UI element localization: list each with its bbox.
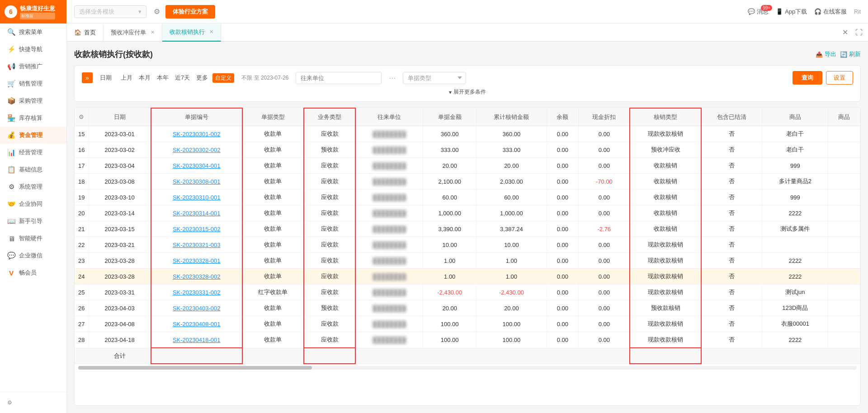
logo-char: 6	[9, 8, 13, 15]
row-include-settled: 否	[701, 253, 762, 269]
row-include-settled: 否	[701, 300, 762, 316]
row-amount: 333.00	[423, 142, 476, 158]
row-goods: 2222	[762, 332, 828, 348]
row-doc-type: 收款单	[242, 316, 304, 332]
doc-no-link[interactable]: SK-20230403-002	[173, 305, 221, 312]
doc-no-link[interactable]: SK-20230301-002	[173, 131, 221, 138]
doc-no-link[interactable]: SK-20230314-001	[173, 210, 221, 217]
tab-close-collection[interactable]: ✕	[209, 29, 213, 35]
doc-no-link[interactable]: SK-20230408-001	[173, 321, 221, 328]
date-last-7-days[interactable]: 近7天	[173, 73, 192, 83]
sidebar-item-guide[interactable]: 📖 新手引导	[0, 213, 66, 230]
doc-type-select[interactable]: 单据类型	[403, 72, 466, 84]
module-select[interactable]: 选择业务模块 ▾	[74, 5, 146, 18]
partner-blurred: ████████	[373, 178, 406, 185]
maximize-icon[interactable]: ⛶	[854, 27, 864, 38]
row-amount: 100.00	[423, 332, 476, 348]
row-amount: 3,390.00	[423, 221, 476, 237]
doc-no-link[interactable]: SK-20230308-001	[173, 178, 221, 185]
sidebar-item-basic[interactable]: 📋 基础信息	[0, 161, 66, 178]
col-settings-header[interactable]: ⚙	[75, 108, 89, 126]
row-goods2	[828, 300, 860, 316]
doc-no-link[interactable]: SK-20230328-001	[173, 257, 221, 264]
inventory-icon: 🏪	[7, 114, 15, 122]
sidebar-item-quicknav[interactable]: ⚡ 快捷导航	[0, 41, 66, 58]
doc-no-link[interactable]: SK-20230310-001	[173, 194, 221, 201]
online-service-btn[interactable]: 🎧 在线客服	[814, 8, 847, 16]
sidebar-item-member[interactable]: V 畅会员	[0, 264, 66, 281]
row-biz-type: 应收款	[304, 205, 356, 221]
row-doc-type: 红字收款单	[242, 285, 304, 300]
sidebar-item-purchase[interactable]: 📦 采购管理	[0, 92, 66, 109]
operations-icon: 📊	[7, 148, 15, 157]
sidebar-item-wechat[interactable]: 💬 企业微信	[0, 247, 66, 264]
sidebar-item-search[interactable]: 🔍 搜索菜单	[0, 24, 66, 41]
filter-dots[interactable]: ···	[389, 73, 396, 83]
row-date: 2023-03-01	[89, 126, 151, 142]
date-more[interactable]: 更多	[194, 73, 210, 83]
doc-no-link[interactable]: SK-20230321-003	[173, 242, 221, 248]
partner-input[interactable]	[296, 72, 382, 84]
date-last-month[interactable]: 上月	[119, 73, 134, 83]
row-date: 2023-03-15	[89, 221, 151, 237]
tab-collection[interactable]: 收款核销执行 ✕	[162, 24, 221, 42]
row-doc-no: SK-20230315-002	[151, 221, 242, 237]
row-index: 20	[75, 205, 89, 221]
partner-blurred: ████████	[373, 226, 406, 233]
sidebar-item-inventory[interactable]: 🏪 库存核算	[0, 109, 66, 127]
doc-no-link[interactable]: SK-20230418-001	[173, 337, 221, 343]
settings-button[interactable]: 设置	[826, 71, 853, 85]
app-download-btn[interactable]: 📱 App下载	[776, 8, 807, 16]
doc-no-link[interactable]: SK-20230331-002	[173, 289, 221, 296]
sidebar-settings-btn[interactable]: ⚙	[0, 396, 66, 409]
row-cash-discount: 0.00	[579, 269, 630, 285]
row-goods	[762, 237, 828, 253]
row-cancel-type: 现款收款核销	[630, 126, 701, 142]
doc-no-link[interactable]: SK-20230315-002	[173, 226, 221, 233]
doc-no-link[interactable]: SK-20230302-002	[173, 147, 221, 153]
row-goods2	[828, 190, 860, 205]
row-include-settled: 否	[701, 269, 762, 285]
close-all-tabs-icon[interactable]: ✕	[840, 26, 850, 38]
page-actions: 📤 导出 🔄 刷新	[816, 50, 861, 58]
col-doc-type-header: 单据类型	[242, 108, 304, 126]
date-custom-btn[interactable]: 自定义	[212, 73, 234, 83]
horizontal-scrollbar[interactable]	[78, 366, 857, 370]
row-doc-no: SK-20230321-003	[151, 237, 242, 253]
row-partner: ████████	[355, 190, 423, 205]
tab-prepay[interactable]: 预收冲应付单 ✕	[104, 24, 162, 42]
row-cancel-type: 现款收款核销	[630, 332, 701, 348]
sidebar-item-cooperation[interactable]: 🤝 企业协同	[0, 195, 66, 213]
tab-home[interactable]: 🏠 首页	[67, 24, 104, 42]
sidebar-item-hardware[interactable]: 🖥 智能硬件	[0, 230, 66, 247]
sidebar-item-marketing[interactable]: 📢 营销推广	[0, 58, 66, 75]
row-balance: 0.00	[547, 142, 578, 158]
expand-more-button[interactable]: ▾ 展开更多条件	[449, 88, 486, 96]
partner-blurred: ████████	[373, 337, 406, 343]
row-biz-type: 应收款	[304, 158, 356, 174]
gear-icon[interactable]: ⚙	[154, 7, 160, 16]
col-partner-header: 往来单位	[355, 108, 423, 126]
sidebar-item-operations[interactable]: 📊 经营管理	[0, 144, 66, 161]
search-icon: 🔍	[7, 28, 15, 36]
footer-cancel-amount	[476, 348, 547, 364]
export-button[interactable]: 📤 导出	[816, 50, 836, 58]
sidebar-item-system[interactable]: ⚙ 系统管理	[0, 178, 66, 195]
doc-no-link[interactable]: SK-20230304-001	[173, 162, 221, 169]
sidebar-item-sales[interactable]: 🛒 销售管理	[0, 75, 66, 92]
row-balance: 0.00	[547, 300, 578, 316]
tab-close-prepay[interactable]: ✕	[151, 29, 155, 35]
row-cancel-type: 收款核销	[630, 190, 701, 205]
row-doc-no: SK-20230328-002	[151, 269, 242, 285]
scrollbar-thumb[interactable]	[78, 366, 312, 370]
refresh-button[interactable]: 🔄 刷新	[840, 50, 861, 58]
message-btn[interactable]: 💬 消息 99+	[748, 8, 769, 16]
query-button[interactable]: 查询	[793, 71, 822, 85]
sidebar-item-finance[interactable]: 💰 资金管理	[0, 127, 66, 144]
date-this-month[interactable]: 本月	[137, 73, 152, 83]
row-partner: ████████	[355, 269, 423, 285]
doc-no-link[interactable]: SK-20230328-002	[173, 273, 221, 280]
date-this-year[interactable]: 本年	[155, 73, 170, 83]
filter-expand-button[interactable]: »	[82, 72, 93, 83]
industry-solution-button[interactable]: 体验行业方案	[165, 5, 215, 19]
